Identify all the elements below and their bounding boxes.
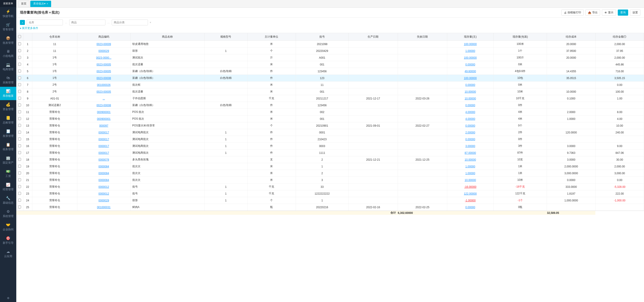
- row-checkbox[interactable]: [18, 144, 21, 147]
- cell-code[interactable]: 001000026: [77, 82, 130, 88]
- row-checkbox[interactable]: [18, 97, 21, 100]
- settings-button[interactable]: 设置: [630, 10, 640, 16]
- sidebar-item-management[interactable]: 📈 经营管理: [0, 180, 16, 194]
- category-input[interactable]: [112, 20, 148, 25]
- cell-qty-main[interactable]: 10.00000: [447, 156, 494, 163]
- row-checkbox[interactable]: [18, 76, 21, 79]
- tab-close-icon[interactable]: ✕: [46, 3, 48, 5]
- cell-qty-main[interactable]: 4.00000: [447, 109, 494, 115]
- cell-code[interactable]: 0023-00008: [77, 75, 130, 82]
- sidebar-item-guide[interactable]: 🎯 新手引导: [0, 234, 16, 247]
- cell-code[interactable]: 0023-00005: [77, 88, 130, 95]
- row-checkbox[interactable]: [18, 42, 21, 45]
- filter-expand-btn[interactable]: ›: [20, 20, 25, 25]
- row-checkbox[interactable]: [18, 117, 21, 120]
- cell-qty-main[interactable]: 100.00000: [447, 41, 494, 48]
- cell-code[interactable]: 0000084: [77, 163, 130, 170]
- cell-code[interactable]: ...: [77, 95, 130, 102]
- cell-qty-main[interactable]: 1.00000: [447, 48, 494, 54]
- sidebar-item-wholesale[interactable]: 📦 批发管理: [0, 34, 16, 47]
- row-checkbox[interactable]: [18, 137, 21, 140]
- cell-code[interactable]: 0000029: [77, 48, 130, 54]
- row-checkbox[interactable]: [18, 199, 21, 202]
- sidebar-item-sysadmin[interactable]: ⚙ 系统管理: [0, 207, 16, 220]
- cell-code[interactable]: 000900001: [77, 109, 130, 115]
- cell-code[interactable]: 0023-00009: [77, 41, 130, 48]
- cell-code[interactable]: 001000031: [77, 204, 130, 211]
- sidebar-item-collab[interactable]: 🤝 企业协同: [0, 220, 16, 234]
- cell-qty-main[interactable]: 100.00000: [447, 75, 494, 82]
- cell-qty-main[interactable]: 100.00000: [447, 54, 494, 61]
- cell-code[interactable]: 0000017: [77, 143, 130, 149]
- row-checkbox[interactable]: [18, 90, 21, 93]
- query-button[interactable]: 查询: [618, 10, 628, 16]
- sidebar-item-finance[interactable]: 💰 资金管理: [0, 100, 16, 113]
- print-template-button[interactable]: 🖨 按模板打印: [562, 10, 584, 16]
- cell-code[interactable]: 0000017: [77, 136, 130, 143]
- sidebar-item-invoice[interactable]: 🧾 发票管理: [0, 127, 16, 140]
- row-checkbox[interactable]: [18, 70, 21, 73]
- expand-more-btn[interactable]: ▾ 展开更多条件: [20, 26, 38, 30]
- cell-qty-main[interactable]: 0.00000: [447, 61, 494, 68]
- sidebar-item-smallecom[interactable]: 🖥 小批电商: [0, 47, 16, 60]
- cell-code[interactable]: 0000084: [77, 177, 130, 184]
- cell-code[interactable]: 0000017: [77, 129, 130, 136]
- cell-code[interactable]: 0000029: [77, 197, 130, 204]
- cell-code[interactable]: 0000084: [77, 170, 130, 177]
- goods-input[interactable]: [69, 20, 106, 25]
- cell-qty-main[interactable]: 3.00000: [447, 143, 494, 149]
- cell-code[interactable]: 0023-00005: [77, 68, 130, 75]
- cell-code[interactable]: 000097: [77, 122, 130, 129]
- cell-code[interactable]: 000900001: [77, 115, 130, 122]
- sidebar-item-cloud[interactable]: ☁ 云应用: [0, 247, 16, 260]
- warehouse-input[interactable]: [27, 20, 63, 25]
- select-all-checkbox[interactable]: [18, 35, 21, 38]
- cell-qty-main[interactable]: 2.00000: [447, 129, 494, 136]
- cell-code[interactable]: 0023-00008: [77, 102, 130, 109]
- row-checkbox[interactable]: [18, 185, 21, 188]
- cell-code[interactable]: 0023-00005: [77, 61, 130, 68]
- cell-qty-main[interactable]: 0.00000: [447, 82, 494, 88]
- sidebar-item-salary[interactable]: 💵 工资: [0, 167, 16, 180]
- cell-qty-main[interactable]: 0.00000: [447, 204, 494, 211]
- sidebar-item-inventory[interactable]: 📊 库存核算: [0, 87, 16, 100]
- cell-code[interactable]: 0000012: [77, 190, 130, 197]
- sidebar-item-tax[interactable]: 📋 税务管理: [0, 140, 16, 154]
- tab-home[interactable]: 首页: [18, 1, 30, 7]
- cell-qty-main[interactable]: 1.00000: [447, 163, 494, 170]
- row-checkbox[interactable]: [18, 124, 21, 127]
- row-checkbox[interactable]: [18, 49, 21, 52]
- cell-code[interactable]: 0023-0000...: [77, 54, 130, 61]
- cell-qty-main[interactable]: 4.00000: [447, 115, 494, 122]
- cell-code[interactable]: 0000078: [77, 156, 130, 163]
- sidebar-logo[interactable]: 搜索菜单: [0, 0, 16, 7]
- row-checkbox[interactable]: [18, 63, 21, 66]
- cell-qty-main[interactable]: 49.60000: [447, 68, 494, 75]
- sidebar-item-fixedasset[interactable]: 🏢 固定资产: [0, 154, 16, 167]
- cell-qty-main[interactable]: 0.00000: [447, 102, 494, 109]
- cell-qty-main[interactable]: 0.00000: [447, 122, 494, 129]
- cell-code[interactable]: 0000012: [77, 184, 130, 190]
- row-checkbox[interactable]: [18, 178, 21, 181]
- row-checkbox[interactable]: [18, 192, 21, 195]
- cell-qty-main[interactable]: 0.00000: [447, 136, 494, 143]
- sidebar-item-quicknav[interactable]: ⚡ 快捷导航: [0, 7, 16, 20]
- sidebar-settings[interactable]: ⚙: [0, 294, 16, 302]
- row-checkbox[interactable]: [18, 56, 21, 59]
- row-checkbox[interactable]: [18, 206, 21, 208]
- sidebar-item-retail[interactable]: 🛒 零售管理: [0, 20, 16, 34]
- sidebar-item-ledger[interactable]: 📒 总账管理: [0, 113, 16, 127]
- row-checkbox[interactable]: [18, 151, 21, 154]
- export-button[interactable]: 📤 导出: [586, 10, 600, 16]
- cell-qty-main[interactable]: -16.00000: [447, 184, 494, 190]
- sidebar-item-baseinfo[interactable]: 🔧 基础信息: [0, 194, 16, 207]
- row-checkbox[interactable]: [18, 110, 21, 113]
- cell-qty-main[interactable]: 10.00000: [447, 88, 494, 95]
- cell-code[interactable]: 0000017: [77, 149, 130, 156]
- row-checkbox[interactable]: [18, 131, 21, 134]
- sidebar-item-purchase[interactable]: 🛍 采购管理: [0, 74, 16, 87]
- cell-qty-main[interactable]: -1.00000: [447, 197, 494, 204]
- cell-qty-main[interactable]: 122.00000: [447, 190, 494, 197]
- row-checkbox[interactable]: [18, 83, 21, 86]
- tab-inventory-batch[interactable]: 库存批次▾ ✕: [30, 1, 51, 7]
